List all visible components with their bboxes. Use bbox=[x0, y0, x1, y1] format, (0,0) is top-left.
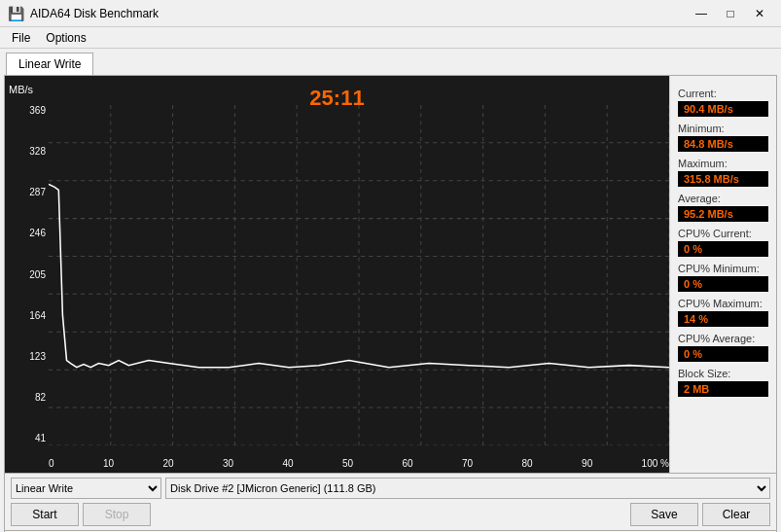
bottom-controls: Linear Write Linear Read Random Write Ra… bbox=[4, 474, 777, 531]
x-label-0: 0 bbox=[49, 458, 54, 469]
y-label-6: 123 bbox=[9, 351, 46, 362]
y-axis: 369 328 287 246 205 164 123 82 41 bbox=[9, 105, 46, 443]
average-value: 95.2 MB/s bbox=[678, 206, 768, 222]
x-axis: 0 10 20 30 40 50 60 70 80 90 100 % bbox=[49, 458, 669, 469]
controls-row2: Start Stop Save Clear bbox=[11, 503, 770, 526]
y-label-0: 369 bbox=[9, 105, 46, 116]
x-label-9: 90 bbox=[582, 458, 592, 469]
x-label-10: 100 % bbox=[642, 458, 669, 469]
y-label-5: 164 bbox=[9, 310, 46, 321]
y-label-8: 41 bbox=[9, 433, 46, 443]
average-label: Average: bbox=[678, 193, 768, 204]
y-label-3: 246 bbox=[9, 228, 46, 238]
disk-select[interactable]: Disk Drive #2 [JMicron Generic] (111.8 G… bbox=[165, 478, 770, 499]
cpu-current-value: 0 % bbox=[678, 241, 768, 257]
menu-file[interactable]: File bbox=[4, 29, 38, 46]
maximum-label: Maximum: bbox=[678, 158, 768, 169]
menu-bar: File Options bbox=[0, 27, 781, 49]
y-axis-label: MB/s bbox=[9, 84, 33, 95]
stats-panel: Current: 90.4 MB/s Minimum: 84.8 MB/s Ma… bbox=[669, 76, 776, 473]
x-label-7: 70 bbox=[462, 458, 473, 469]
tab-bar: Linear Write bbox=[0, 49, 781, 75]
x-label-6: 60 bbox=[403, 458, 413, 469]
cpu-minimum-value: 0 % bbox=[678, 276, 768, 292]
x-label-1: 10 bbox=[103, 458, 114, 469]
maximum-value: 315.8 MB/s bbox=[678, 171, 768, 187]
cpu-average-value: 0 % bbox=[678, 346, 768, 362]
x-label-2: 20 bbox=[162, 458, 173, 469]
x-label-5: 50 bbox=[342, 458, 353, 469]
clear-button[interactable]: Clear bbox=[702, 503, 770, 526]
block-size-value: 2 MB bbox=[678, 381, 768, 397]
test-select[interactable]: Linear Write Linear Read Random Write Ra… bbox=[11, 478, 161, 499]
stop-button[interactable]: Stop bbox=[83, 503, 151, 526]
controls-row1: Linear Write Linear Read Random Write Ra… bbox=[11, 478, 770, 499]
cpu-minimum-label: CPU% Minimum: bbox=[678, 263, 768, 274]
main-content: MB/s 25:11 369 328 287 246 205 164 123 8… bbox=[4, 75, 777, 474]
y-label-7: 82 bbox=[9, 392, 46, 403]
cpu-average-label: CPU% Average: bbox=[678, 333, 768, 344]
block-size-label: Block Size: bbox=[678, 368, 768, 379]
chart-svg bbox=[49, 105, 669, 445]
current-label: Current: bbox=[678, 88, 768, 99]
window-title: AIDA64 Disk Benchmark bbox=[30, 7, 688, 20]
chart-area: MB/s 25:11 369 328 287 246 205 164 123 8… bbox=[5, 76, 669, 473]
current-value: 90.4 MB/s bbox=[678, 101, 768, 117]
minimum-value: 84.8 MB/s bbox=[678, 136, 768, 152]
app-icon: 💾 bbox=[8, 6, 24, 21]
minimize-button[interactable]: — bbox=[688, 4, 715, 23]
cpu-maximum-label: CPU% Maximum: bbox=[678, 298, 768, 309]
tab-linear-write[interactable]: Linear Write bbox=[6, 53, 93, 75]
close-button[interactable]: ✕ bbox=[746, 4, 773, 23]
title-bar: 💾 AIDA64 Disk Benchmark — □ ✕ bbox=[0, 0, 781, 27]
maximize-button[interactable]: □ bbox=[717, 4, 744, 23]
y-label-4: 205 bbox=[9, 269, 46, 280]
window-controls: — □ ✕ bbox=[688, 4, 773, 23]
save-button[interactable]: Save bbox=[630, 503, 698, 526]
cpu-maximum-value: 14 % bbox=[678, 311, 768, 327]
cpu-current-label: CPU% Current: bbox=[678, 228, 768, 239]
x-label-4: 40 bbox=[283, 458, 294, 469]
start-button[interactable]: Start bbox=[11, 503, 79, 526]
chart-grid bbox=[49, 105, 669, 445]
minimum-label: Minimum: bbox=[678, 123, 768, 134]
y-label-2: 287 bbox=[9, 187, 46, 197]
x-label-8: 80 bbox=[522, 458, 533, 469]
x-label-3: 30 bbox=[223, 458, 233, 469]
menu-options[interactable]: Options bbox=[38, 29, 93, 46]
y-label-1: 328 bbox=[9, 146, 46, 157]
